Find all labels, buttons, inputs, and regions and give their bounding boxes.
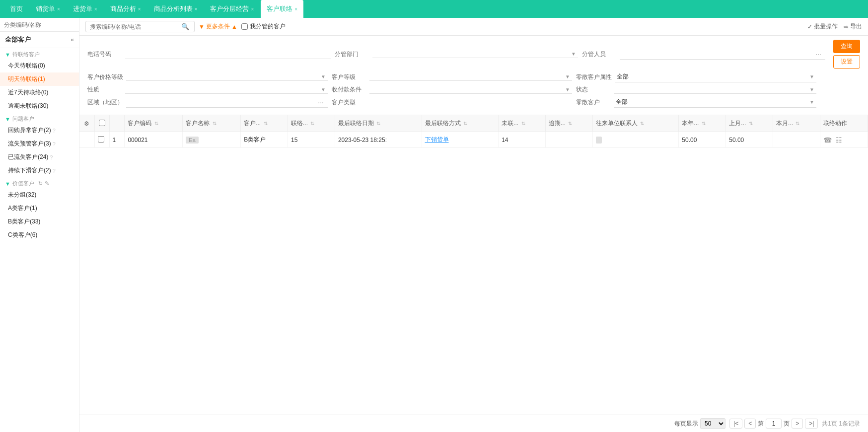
sort-type-icon: ⇅ [264, 121, 268, 126]
select-all-checkbox[interactable] [99, 120, 105, 126]
nav-close-product-list[interactable]: × [195, 6, 198, 12]
sidebar-churn-warning[interactable]: 流失预警客户(3) ? [0, 137, 79, 150]
set-button[interactable]: 设置 [833, 55, 860, 69]
value-refresh-icon[interactable]: ↻ [38, 180, 43, 187]
prev-page-btn[interactable]: < [744, 419, 756, 429]
nav-purchase-order[interactable]: 进货单 × [67, 0, 103, 18]
triangle-icon2: ▼ [5, 116, 10, 122]
sidebar-search-input[interactable] [4, 21, 78, 28]
batch-op-btn[interactable]: ✓ 批量操作 [807, 22, 838, 31]
th-no-contact[interactable]: 未联... ⇅ [499, 115, 546, 132]
phone-input[interactable] [125, 50, 331, 59]
th-customer-name[interactable]: 客户名称 ⇅ [183, 115, 241, 132]
nav-product-analysis-list[interactable]: 商品分析列表 × [148, 0, 204, 18]
next-page-btn[interactable]: > [792, 419, 803, 429]
page-number-input[interactable] [766, 419, 782, 429]
sort-year-icon: ⇅ [702, 121, 706, 126]
sidebar-repurchase-abnormal[interactable]: 回购异常客户(2) ? [0, 124, 79, 137]
price-level-label: 客户价格等级 [87, 73, 123, 81]
value-edit-icon[interactable]: ✎ [45, 180, 49, 187]
my-customers-filter: 我分管的客户 [241, 22, 286, 31]
sidebar-7day-contact[interactable]: 近7天待联络(0) [0, 86, 79, 99]
sidebar: 🔍 全部客户 « ▼ 待联络客户 今天待联络(0) 明天待联络(1) 近7天待联… [0, 18, 79, 432]
th-last-contact-date[interactable]: 最后联络日期 ⇅ [335, 115, 422, 132]
person-dots[interactable]: ··· [813, 50, 823, 58]
export-btn[interactable]: ⇨ 导出 [844, 22, 862, 31]
pagination: |< < 第 页 > >| [729, 419, 818, 429]
th-last-month[interactable]: 上月... ⇅ [726, 115, 773, 132]
nav-sales-order[interactable]: 销货单 × [30, 0, 66, 18]
td-unit-contact [592, 132, 678, 148]
query-button[interactable]: 查询 [833, 40, 860, 53]
sidebar-class-b[interactable]: B类客户(33) [0, 215, 79, 228]
th-last-contact-method[interactable]: 最后联络方式 ⇅ [422, 115, 499, 132]
sidebar-today-contact[interactable]: 今天待联络(0) [0, 59, 79, 72]
sidebar-group-value: ▼ 价值客户 ↻ ✎ [0, 177, 79, 188]
sidebar-tomorrow-contact[interactable]: 明天待联络(1) [0, 72, 79, 86]
my-customers-checkbox[interactable] [241, 23, 248, 30]
sidebar-group-problem: ▼ 问题客户 [0, 113, 79, 124]
customer-level-select[interactable]: ▼ [369, 73, 572, 81]
retail-attr-select[interactable]: 全部 ▼ [615, 72, 816, 82]
table-header-row: ⚙ 客户编码 ⇅ 客户名称 ⇅ [79, 115, 868, 132]
nav-close-sales[interactable]: × [57, 6, 60, 12]
th-contact[interactable]: 联络... ⇅ [288, 115, 335, 132]
payment-select[interactable]: ▼ [369, 86, 572, 94]
nav-close-customer-layered[interactable]: × [251, 6, 254, 12]
customer-table: ⚙ 客户编码 ⇅ 客户名称 ⇅ [79, 115, 868, 148]
retail-customer-select[interactable]: 全部 ▼ [614, 97, 816, 108]
sidebar-churned[interactable]: 已流失客户(24) ? [0, 150, 79, 164]
dept-select[interactable]: ▼ [372, 50, 578, 58]
total-records: 共1页 1条记录 [822, 420, 860, 428]
row-checkbox[interactable] [98, 136, 104, 143]
th-customer-code[interactable]: 客户编码 ⇅ [125, 115, 183, 132]
gear-th[interactable]: ⚙ [79, 115, 94, 132]
dept-label: 分管部门 [335, 50, 369, 59]
nav-home[interactable]: 首页 [4, 0, 29, 18]
th-unit-contact[interactable]: 往来单位联系人 ⇅ [592, 115, 678, 132]
nav-customer-contact[interactable]: 客户联络 × [261, 0, 303, 18]
sidebar-class-c[interactable]: C类客户(6) [0, 228, 79, 242]
table-body: 1 000021 Ea B类客户 15 2023-05-23 18:25: 下销… [79, 132, 868, 148]
th-this-year[interactable]: 本年... ⇅ [679, 115, 726, 132]
page-unit: 页 [784, 420, 790, 428]
first-page-btn[interactable]: |< [729, 419, 742, 429]
sidebar-all-customers[interactable]: 全部客户 « [0, 32, 79, 48]
price-level-caret: ▼ [321, 74, 326, 79]
page-size-select[interactable]: 50 10 20 100 [700, 418, 725, 429]
phone-action-icon[interactable]: ☎ [823, 136, 832, 144]
last-contact-link[interactable]: 下销货单 [425, 136, 449, 143]
th-customer-type[interactable]: 客户... ⇅ [241, 115, 288, 132]
th-overdue[interactable]: 逾期... ⇅ [546, 115, 593, 132]
nav-product-analysis[interactable]: 商品分析 × [104, 0, 147, 18]
nav-close-product-analysis[interactable]: × [138, 6, 141, 12]
adv-field-payment: 收付款条件 ▼ [332, 85, 572, 94]
price-level-select[interactable]: ▼ [126, 73, 328, 81]
adv-field-price-level: 客户价格等级 ▼ [87, 73, 328, 81]
sidebar-ungrouped[interactable]: 未分组(32) [0, 188, 79, 202]
sidebar-class-a[interactable]: A类客户(1) [0, 202, 79, 215]
th-this-month[interactable]: 本月... ⇅ [773, 115, 820, 132]
sort-unit-icon: ⇅ [640, 121, 644, 126]
filter-search-icon[interactable]: 🔍 [181, 23, 189, 30]
status-label: 状态 [576, 85, 611, 94]
nav-customer-layered[interactable]: 客户分层经营 × [204, 0, 260, 18]
td-last-contact-method: 下销货单 [422, 132, 499, 148]
nature-select[interactable]: ▼ [125, 86, 328, 94]
customer-type-input[interactable] [369, 98, 572, 107]
region-label: 区域（地区） [87, 98, 123, 107]
main-layout: 🔍 全部客户 « ▼ 待联络客户 今天待联络(0) 明天待联络(1) 近7天待联… [0, 18, 868, 432]
last-page-btn[interactable]: >| [805, 419, 818, 429]
th-action: 联络动作 [820, 115, 868, 132]
qr-action-icon[interactable]: ☷ [836, 136, 842, 144]
sidebar-overdue-contact[interactable]: 逾期未联络(30) [0, 99, 79, 113]
sidebar-declining[interactable]: 持续下滑客户(2) ? [0, 164, 79, 177]
nav-close-purchase[interactable]: × [94, 6, 97, 12]
sort-overdue-icon: ⇅ [568, 121, 572, 126]
more-conditions-btn[interactable]: ▼ 更多条件 ▲ [199, 22, 237, 31]
customer-search-input[interactable] [90, 23, 179, 30]
region-dots[interactable]: ··· [316, 98, 326, 106]
adv-field-dept: 分管部门 ▼ [335, 50, 578, 59]
status-select[interactable]: ▼ [614, 86, 816, 94]
nav-close-customer-contact[interactable]: × [294, 6, 297, 12]
